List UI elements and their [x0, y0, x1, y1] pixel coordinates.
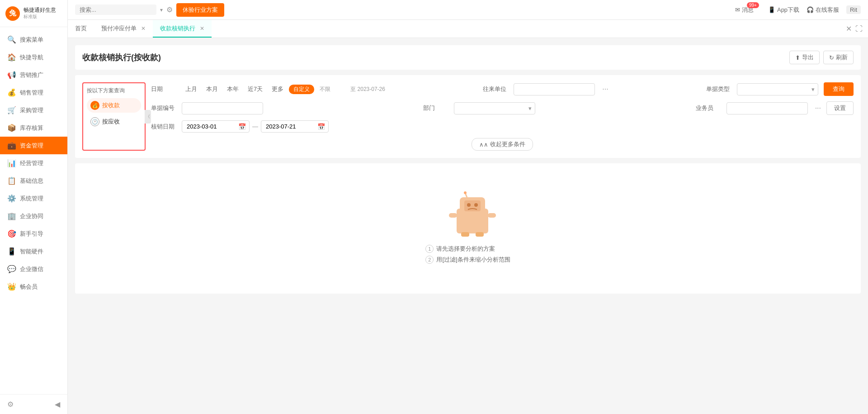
- target-icon: 🎯: [7, 229, 16, 238]
- collapse-filter-icon[interactable]: 《: [145, 110, 151, 124]
- counterpart-input[interactable]: [514, 83, 595, 95]
- filter-option-by-receipt[interactable]: 💰 按收款: [87, 98, 141, 113]
- sidebar-item-wechat[interactable]: 💬 企业微信: [0, 260, 67, 278]
- solution-button[interactable]: 休验行业方案: [176, 3, 224, 17]
- filter-option-receivable-label: 按应收: [102, 118, 120, 126]
- window-expand-icon[interactable]: ⛶: [855, 25, 863, 33]
- sidebar-item-sales[interactable]: 💰 销售管理: [0, 84, 67, 101]
- filter-option-by-receivable[interactable]: 🕐 按应收: [87, 114, 141, 129]
- date-btn-this-month[interactable]: 本月: [203, 84, 222, 94]
- query-button[interactable]: 查询: [824, 82, 854, 96]
- settings-button[interactable]: 设置: [826, 101, 854, 115]
- sidebar-item-hardware[interactable]: 📱 智能硬件: [0, 243, 67, 260]
- user-info[interactable]: Rit: [846, 5, 861, 14]
- empty-hints: 1 请先选择要分析的方案 2 用[过滤]条件来缩小分析范围: [425, 245, 510, 266]
- user-name: Rit: [850, 6, 857, 13]
- topbar-right: ✉ 消息 99+ 📱 App下载 🎧 在线客服 Rit: [735, 5, 861, 14]
- refresh-icon: ↻: [829, 54, 834, 61]
- filter-row-2: 单据编号 部门 业务员 ··· 设置: [151, 101, 854, 115]
- tabbar: 首页 预付冲应付单 ✕ 收款核销执行 ✕ ✕ ⛶: [68, 20, 868, 38]
- date-btn-last-month[interactable]: 上月: [182, 84, 201, 94]
- box-icon: 📦: [7, 124, 16, 132]
- verify-date-end-calendar-icon[interactable]: 📅: [317, 123, 325, 130]
- date-buttons: 上月 本月 本年 近7天 更多 自定义: [182, 84, 314, 94]
- verify-date-start-wrapper: 📅: [182, 120, 250, 133]
- date-no-limit: 不限: [320, 86, 345, 93]
- hint-text-2: 用[过滤]条件来缩小分析范围: [436, 256, 510, 264]
- refresh-button[interactable]: ↻ 刷新: [823, 51, 854, 64]
- dept-select[interactable]: [454, 102, 535, 114]
- app-edition: 标准版: [24, 14, 56, 20]
- sidebar-item-label: 销售管理: [20, 89, 43, 97]
- doc-type-select[interactable]: [737, 83, 818, 95]
- doc-type-select-wrapper: [737, 83, 818, 95]
- sidebar-item-label: 库存核算: [20, 124, 43, 132]
- date-btn-this-year[interactable]: 本年: [223, 84, 242, 94]
- date-btn-7days[interactable]: 近7天: [244, 84, 266, 94]
- tab-collection[interactable]: 收款核销执行 ✕: [153, 20, 212, 38]
- empty-state: 1 请先选择要分析的方案 2 用[过滤]条件来缩小分析范围: [75, 163, 861, 294]
- window-close-icon[interactable]: ✕: [846, 24, 852, 33]
- svg-point-3: [467, 203, 471, 207]
- tab-collection-close-icon[interactable]: ✕: [200, 25, 204, 32]
- date-btn-custom[interactable]: 自定义: [289, 85, 314, 94]
- sidebar-item-label: 采购管理: [20, 106, 43, 114]
- hint-text-1: 请先选择要分析的方案: [436, 245, 495, 253]
- topbar-chevron-icon[interactable]: ▾: [160, 7, 163, 13]
- sidebar-item-marketing[interactable]: 📢 营销推广: [0, 66, 67, 84]
- date-to-text: 至 2023-07-26: [350, 86, 385, 93]
- service-icon: 🎧: [807, 6, 814, 13]
- collapse-more-button[interactable]: ∧∧ 收起更多条件: [472, 138, 533, 151]
- sidebar-item-inventory[interactable]: 📦 库存核算: [0, 119, 67, 137]
- sales-dots-icon[interactable]: ···: [815, 104, 821, 112]
- sidebar-item-label: 快捷导航: [20, 53, 43, 62]
- sidebar-item-finance[interactable]: 💼 资金管理: [0, 137, 67, 154]
- doc-type-label: 单据类型: [706, 85, 731, 93]
- sidebar-item-label: 畅会员: [20, 283, 38, 291]
- doc-no-input[interactable]: [182, 102, 263, 114]
- sidebar-item-member[interactable]: 👑 畅会员: [0, 278, 67, 295]
- verify-date-start-calendar-icon[interactable]: 📅: [238, 123, 246, 130]
- sidebar-item-purchase[interactable]: 🛒 采购管理: [0, 101, 67, 119]
- svg-rect-9: [449, 213, 457, 218]
- sidebar-item-label: 基础信息: [20, 177, 43, 185]
- topbar: ▾ ⚙ 休验行业方案 ✉ 消息 99+ 📱 App下载 🎧 在线客服 Rit: [68, 0, 868, 20]
- tab-prepay[interactable]: 预付冲应付单 ✕: [94, 20, 153, 38]
- filter-panel: 按以下方案查询 💰 按收款 🕐 按应收 《 日期 上月: [75, 75, 861, 158]
- online-service-button[interactable]: 🎧 在线客服: [807, 6, 839, 14]
- sidebar-item-quick-nav[interactable]: 🏠 快捷导航: [0, 48, 67, 66]
- sidebar-item-search[interactable]: 🔍 搜索菜单: [0, 31, 67, 48]
- sidebar-item-label: 企业微信: [20, 265, 43, 273]
- cart-icon: 🛒: [7, 106, 16, 114]
- collapse-sidebar-icon[interactable]: ◀: [55, 400, 60, 409]
- sidebar-item-management[interactable]: 📊 经营管理: [0, 154, 67, 172]
- receivable-option-icon: 🕐: [90, 117, 99, 126]
- sidebar-item-label: 系统管理: [20, 195, 43, 203]
- counterpart-dots-icon[interactable]: ···: [602, 85, 608, 93]
- tab-home[interactable]: 首页: [68, 20, 94, 38]
- sidebar-item-enterprise[interactable]: 🏢 企业协同: [0, 207, 67, 225]
- export-button[interactable]: ⬆ 导出: [789, 51, 820, 64]
- empty-svg: [445, 190, 500, 240]
- date-btn-more[interactable]: 更多: [268, 84, 287, 94]
- chart-icon: 📊: [7, 159, 16, 167]
- phone-icon: 📱: [7, 247, 16, 256]
- settings-bottom-icon[interactable]: ⚙: [7, 400, 14, 409]
- sidebar-item-guide[interactable]: 🎯 新手引导: [0, 225, 67, 243]
- app-logo-icon: 兔: [5, 6, 20, 21]
- sales-label: 业务员: [696, 104, 721, 112]
- sidebar-item-basic-info[interactable]: 📋 基础信息: [0, 172, 67, 190]
- empty-hint-2: 2 用[过滤]条件来缩小分析范围: [425, 256, 510, 264]
- filter-row-3: 核销日期 📅 — 📅: [151, 120, 854, 133]
- tab-prepay-close-icon[interactable]: ✕: [141, 25, 146, 32]
- topbar-search-input[interactable]: [75, 5, 156, 15]
- sales-input[interactable]: [726, 102, 808, 114]
- message-button[interactable]: ✉ 消息 99+: [735, 6, 754, 14]
- sidebar-item-label: 营销推广: [20, 71, 43, 79]
- topbar-gear-icon[interactable]: ⚙: [166, 5, 173, 14]
- verify-date-end-wrapper: 📅: [261, 120, 329, 133]
- sidebar-item-system[interactable]: ⚙️ 系统管理: [0, 190, 67, 207]
- app-download-button[interactable]: 📱 App下载: [768, 6, 799, 14]
- date-label: 日期: [151, 85, 176, 93]
- verify-date-range: 📅 — 📅: [182, 120, 329, 133]
